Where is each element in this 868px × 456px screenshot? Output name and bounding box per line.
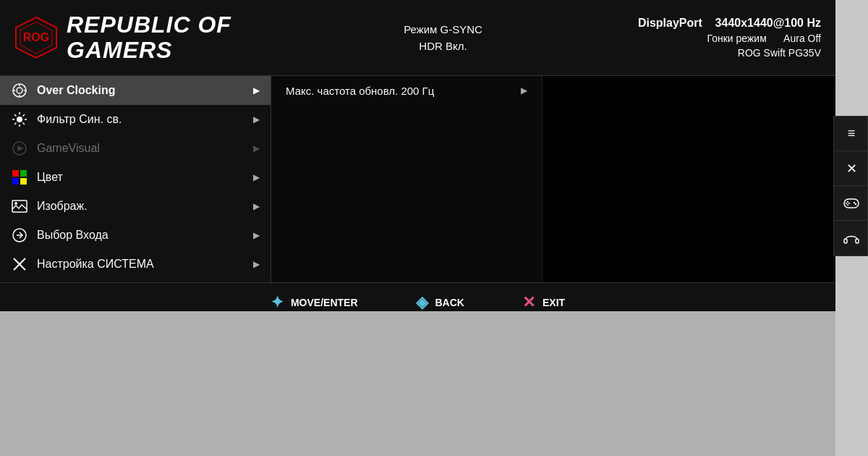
move-enter-icon: ✦ bbox=[271, 293, 284, 312]
sidebar-image-label: Изображ. bbox=[37, 200, 244, 213]
sidebar-input-label: Выбор Входа bbox=[37, 229, 244, 242]
right-sidebar-close-icon[interactable]: ✕ bbox=[834, 151, 868, 186]
settings-arrow: ▶ bbox=[253, 259, 260, 269]
svg-line-15 bbox=[23, 123, 25, 125]
sidebar-overclocking-label: Over Clocking bbox=[37, 84, 244, 97]
right-sidebar-gamepad-icon[interactable] bbox=[834, 186, 868, 221]
aura-status: Aura Off bbox=[783, 33, 821, 44]
hdr-status: HDR Вкл. bbox=[419, 40, 467, 52]
port-resolution: DisplayPort 3440x1440@100 Hz bbox=[638, 17, 821, 30]
nav-move-enter: ✦ MOVE/ENTER bbox=[271, 293, 358, 312]
menu-area: Over Clocking ▶ bbox=[0, 76, 835, 282]
svg-point-31 bbox=[854, 201, 855, 203]
mode-label: Гонки режим bbox=[707, 33, 767, 44]
port-label: DisplayPort bbox=[638, 17, 702, 29]
sidebar-item-gamevisual: GameVisual ▶ bbox=[0, 134, 271, 163]
input-arrow: ▶ bbox=[253, 230, 260, 240]
overclocking-icon bbox=[11, 82, 28, 99]
svg-marker-19 bbox=[17, 145, 24, 151]
exit-label: EXIT bbox=[542, 297, 565, 308]
logo-area: ROG REPUBLIC OF GAMERS bbox=[14, 12, 282, 63]
color-icon bbox=[11, 169, 28, 186]
right-sidebar-headphone-icon[interactable] bbox=[834, 221, 868, 256]
sidebar: Over Clocking ▶ bbox=[0, 76, 271, 282]
submenu-item-maxrefresh[interactable]: Макс. частота обновл. 200 Гц ▶ bbox=[271, 76, 542, 105]
nav-back: ◈ BACK bbox=[416, 293, 464, 312]
back-icon: ◈ bbox=[416, 293, 428, 312]
content-panel bbox=[542, 76, 835, 282]
svg-text:ROG: ROG bbox=[23, 31, 49, 43]
svg-point-21 bbox=[14, 202, 17, 205]
overclocking-arrow: ▶ bbox=[253, 85, 260, 96]
svg-point-30 bbox=[848, 203, 850, 204]
gamevisual-arrow: ▶ bbox=[253, 143, 260, 153]
back-label: BACK bbox=[435, 297, 464, 308]
sidebar-item-image[interactable]: Изображ. ▶ bbox=[0, 192, 271, 221]
svg-point-9 bbox=[17, 117, 22, 122]
gamevisual-icon bbox=[11, 140, 28, 157]
color-arrow: ▶ bbox=[253, 172, 260, 182]
svg-line-14 bbox=[14, 114, 17, 117]
exit-icon: ✕ bbox=[522, 293, 535, 312]
header-right-info: DisplayPort 3440x1440@100 Hz Гонки режим… bbox=[604, 17, 821, 59]
svg-point-32 bbox=[855, 203, 856, 204]
sidebar-item-overclocking[interactable]: Over Clocking ▶ bbox=[0, 76, 271, 105]
right-sidebar-menu-icon[interactable]: ≡ bbox=[834, 117, 868, 151]
image-arrow: ▶ bbox=[253, 201, 260, 211]
sidebar-item-input[interactable]: Выбор Входа ▶ bbox=[0, 221, 271, 250]
rog-brand-text: REPUBLIC OF GAMERS bbox=[67, 12, 231, 63]
rog-logo-icon: ROG bbox=[14, 16, 58, 59]
bluefilter-icon bbox=[11, 111, 28, 128]
sidebar-item-bluefilter[interactable]: Фильтр Син. св. ▶ bbox=[0, 105, 271, 134]
background-area bbox=[0, 311, 835, 456]
monitor-screen: ROG REPUBLIC OF GAMERS Режим G-SYNC HDR … bbox=[0, 0, 835, 311]
svg-point-27 bbox=[847, 201, 848, 203]
svg-line-16 bbox=[23, 114, 25, 117]
nav-exit: ✕ EXIT bbox=[522, 293, 565, 312]
sidebar-color-label: Цвет bbox=[37, 171, 244, 184]
input-icon bbox=[11, 227, 28, 244]
maxrefresh-label: Макс. частота обновл. 200 Гц bbox=[286, 85, 514, 97]
sidebar-item-settings[interactable]: Настройка СИСТЕМА ▶ bbox=[0, 250, 271, 279]
header: ROG REPUBLIC OF GAMERS Режим G-SYNC HDR … bbox=[0, 0, 835, 76]
svg-point-28 bbox=[847, 204, 848, 206]
bluefilter-arrow: ▶ bbox=[253, 114, 260, 124]
svg-line-17 bbox=[14, 123, 17, 125]
svg-point-4 bbox=[17, 88, 22, 93]
gsync-status: Режим G-SYNC bbox=[404, 23, 482, 35]
submenu-panel: Макс. частота обновл. 200 Гц ▶ bbox=[271, 76, 542, 282]
right-sidebar: ≡ ✕ bbox=[833, 116, 868, 256]
resolution-value: 3440x1440@100 Hz bbox=[715, 17, 821, 29]
sidebar-settings-label: Настройка СИСТЕМА bbox=[37, 258, 244, 271]
image-icon bbox=[11, 198, 28, 215]
svg-point-29 bbox=[846, 203, 847, 204]
model-name: ROG Swift PG35V bbox=[738, 47, 821, 59]
settings-icon bbox=[11, 256, 28, 273]
sidebar-bluefilter-label: Фильтр Син. св. bbox=[37, 113, 244, 126]
header-center-info: Режим G-SYNC HDR Вкл. bbox=[282, 23, 604, 52]
sidebar-gamevisual-label: GameVisual bbox=[37, 142, 244, 155]
maxrefresh-arrow: ▶ bbox=[521, 85, 527, 96]
move-enter-label: MOVE/ENTER bbox=[291, 297, 358, 308]
sidebar-item-color[interactable]: Цвет ▶ bbox=[0, 163, 271, 192]
mode-aura-line: Гонки режим Aura Off bbox=[707, 33, 821, 44]
